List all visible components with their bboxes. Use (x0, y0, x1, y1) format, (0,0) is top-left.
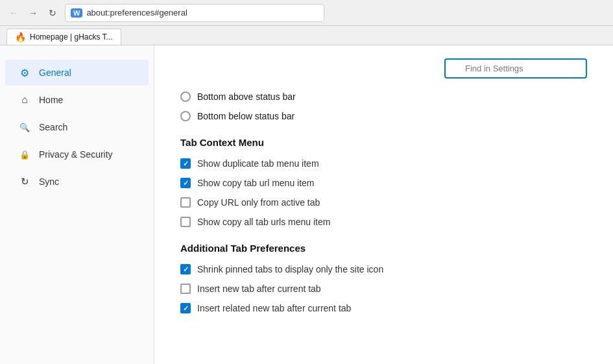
main-container: ⚙ General ⌂ Home 🔍 Search 🔒 Privacy & Se… (0, 45, 613, 364)
tab-context-heading: Tab Context Menu (180, 137, 587, 148)
checkbox-insert-related-box (180, 303, 191, 313)
waterfox-logo: W (71, 8, 82, 18)
checkbox-show-duplicate[interactable]: Show duplicate tab menu item (180, 158, 587, 169)
checkbox-insert-related[interactable]: Insert related new tab after current tab (180, 303, 587, 313)
radio-circle-bottom-below (180, 111, 191, 121)
address-text: about:preferences#general (86, 8, 187, 18)
forward-button[interactable]: → (26, 6, 40, 20)
checkbox-copy-url-active-box (180, 197, 191, 208)
checkbox-show-copy-tab-url-box (180, 178, 191, 188)
checkbox-copy-url-active-label: Copy URL only from active tab (197, 197, 320, 208)
sidebar-label-search: Search (39, 122, 67, 132)
radio-circle-bottom-above (180, 91, 191, 102)
checkbox-insert-new-tab-label: Insert new tab after current tab (197, 284, 321, 294)
find-settings-container: 🔍 (180, 58, 587, 79)
checkbox-show-copy-tab-url-label: Show copy tab url menu item (197, 178, 315, 188)
active-tab[interactable]: 🔥 Homepage | gHacks T... (6, 29, 121, 45)
checkbox-insert-new-tab[interactable]: Insert new tab after current tab (180, 284, 587, 294)
sidebar-item-general[interactable]: ⚙ General (5, 60, 149, 86)
find-settings-input[interactable] (444, 58, 587, 79)
checkbox-copy-url-active[interactable]: Copy URL only from active tab (180, 197, 587, 208)
sidebar: ⚙ General ⌂ Home 🔍 Search 🔒 Privacy & Se… (0, 45, 154, 364)
tab-context-section: Tab Context Menu Show duplicate tab menu… (180, 137, 587, 227)
sidebar-label-home: Home (39, 95, 63, 105)
checkbox-show-copy-all-box (180, 217, 191, 227)
radio-bottom-below[interactable]: Bottom below status bar (180, 111, 587, 121)
checkbox-show-duplicate-label: Show duplicate tab menu item (197, 158, 319, 169)
radio-bottom-above[interactable]: Bottom above status bar (180, 91, 587, 102)
browser-chrome: ← → ↻ W about:preferences#general (0, 0, 613, 26)
checkbox-shrink-pinned[interactable]: Shrink pinned tabs to display only the s… (180, 264, 587, 274)
checkbox-insert-new-tab-box (180, 284, 191, 294)
checkbox-shrink-pinned-label: Shrink pinned tabs to display only the s… (197, 264, 383, 274)
additional-tab-heading: Additional Tab Preferences (180, 243, 587, 254)
search-icon: 🔍 (18, 121, 31, 134)
checkbox-shrink-pinned-box (180, 264, 191, 274)
checkbox-show-copy-tab-url[interactable]: Show copy tab url menu item (180, 178, 587, 188)
tab-bar: 🔥 Homepage | gHacks T... (0, 26, 613, 45)
gear-icon: ⚙ (18, 66, 31, 79)
address-bar[interactable]: W about:preferences#general (65, 4, 324, 22)
sync-icon: ↻ (18, 175, 31, 188)
sidebar-item-sync[interactable]: ↻ Sync (5, 169, 149, 195)
back-button[interactable]: ← (6, 6, 21, 20)
tab-label: Homepage | gHacks T... (30, 32, 113, 42)
radio-label-bottom-below: Bottom below status bar (197, 111, 294, 121)
refresh-button[interactable]: ↻ (45, 6, 60, 20)
checkbox-insert-related-label: Insert related new tab after current tab (197, 303, 351, 313)
home-icon: ⌂ (18, 93, 31, 106)
sidebar-label-general: General (39, 67, 71, 78)
sidebar-item-home[interactable]: ⌂ Home (5, 87, 149, 113)
radio-label-bottom-above: Bottom above status bar (197, 91, 296, 102)
checkbox-show-copy-all[interactable]: Show copy all tab urls menu item (180, 217, 587, 227)
sidebar-item-privacy[interactable]: 🔒 Privacy & Security (5, 141, 149, 167)
checkbox-show-copy-all-label: Show copy all tab urls menu item (197, 217, 330, 227)
find-settings-wrapper: 🔍 (444, 58, 587, 79)
checkbox-show-duplicate-box (180, 158, 191, 169)
sidebar-label-sync: Sync (39, 176, 59, 187)
lock-icon: 🔒 (18, 148, 31, 161)
additional-tab-section: Additional Tab Preferences Shrink pinned… (180, 243, 587, 313)
sidebar-label-privacy: Privacy & Security (39, 149, 113, 160)
content-area: 🔍 Bottom above status bar Bottom below s… (154, 45, 613, 364)
sidebar-item-search[interactable]: 🔍 Search (5, 114, 149, 140)
tab-favicon: 🔥 (15, 32, 26, 42)
position-radio-group: Bottom above status bar Bottom below sta… (180, 91, 587, 121)
